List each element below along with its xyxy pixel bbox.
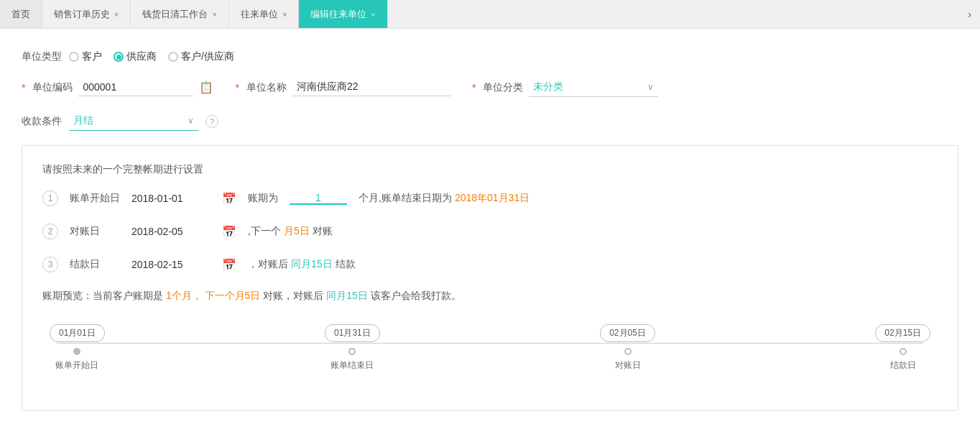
tab-cash-work[interactable]: 钱货日清工作台 ×	[131, 0, 228, 28]
step-2-suffix: ,下一个 月5日 对账	[248, 225, 333, 238]
unit-name-group: * 单位名称	[235, 78, 450, 96]
unit-code-input[interactable]	[78, 78, 193, 96]
code-copy-icon[interactable]: 📋	[199, 80, 213, 94]
tab-home[interactable]: 首页	[0, 0, 42, 28]
radio-customer-label: 客户	[82, 50, 102, 63]
payment-value: 月结	[73, 114, 183, 127]
radio-customer-supplier[interactable]: 客户/供应商	[168, 50, 234, 63]
tl-badge-3: 02月15日	[875, 324, 930, 342]
tl-dot-2	[624, 348, 632, 355]
timeline-points: 01月01日 账单开始日 01月31日 账单结束日 02月05日 对账日 02月…	[50, 324, 930, 372]
tl-caption-3: 结款日	[890, 359, 916, 372]
preview-part3: 对账，对账后	[263, 290, 323, 301]
step-2-date: 2018-02-05	[131, 226, 211, 237]
unit-category-label: 单位分类	[483, 81, 523, 94]
preview-label: 账期预览：当前客户账期是	[42, 290, 163, 301]
unit-category-value: 未分类	[533, 80, 643, 93]
code-star: *	[22, 82, 25, 93]
step-1-label: 账单开始日	[70, 192, 120, 205]
step-2-number: 2	[42, 224, 58, 239]
unit-category-select[interactable]: 未分类 ∨	[529, 78, 658, 97]
radio-customer[interactable]: 客户	[69, 50, 102, 63]
radio-supplier-circle	[114, 52, 124, 62]
step-3-label: 结款日	[70, 258, 120, 271]
payment-dropdown-icon: ∨	[188, 116, 194, 126]
panel-hint: 请按照未来的一个完整帐期进行设置	[42, 163, 938, 176]
radio-customer-supplier-circle	[168, 52, 178, 62]
preview-part1: 1个月，	[166, 290, 202, 301]
tab-edit-partner[interactable]: 编辑往来单位 ×	[299, 0, 387, 28]
step-3-suffix: ，对账后 同月15日 结款	[248, 258, 356, 271]
radio-supplier[interactable]: 供应商	[114, 50, 157, 63]
tab-more-button[interactable]: ›	[959, 0, 980, 28]
step-1-calendar-icon[interactable]: 📅	[222, 192, 236, 206]
tab-sales-label: 销售订单历史	[54, 8, 110, 21]
step-2-calendar-icon[interactable]: 📅	[222, 225, 236, 239]
preview-section: 账期预览：当前客户账期是 1个月， 下一个月5日 对账，对账后 同月15日 该客…	[42, 290, 938, 303]
preview-part5: 该客户会给我打款。	[371, 290, 461, 301]
chevron-right-icon: ›	[968, 9, 971, 20]
tl-caption-2: 对账日	[615, 359, 641, 372]
step-1-row: 1 账单开始日 2018-01-01 📅 账期为 个月,账单结束日期为 2018…	[42, 190, 938, 206]
timeline-container: 01月01日 账单开始日 01月31日 账单结束日 02月05日 对账日 02月…	[42, 317, 938, 393]
step-1-period-end: 2018年01月31日	[455, 192, 530, 205]
tab-bar: 首页 销售订单历史 × 钱货日清工作台 × 往来单位 × 编辑往来单位 × ›	[0, 0, 980, 29]
unit-name-label: 单位名称	[246, 81, 287, 94]
tab-sales-history[interactable]: 销售订单历史 ×	[42, 0, 131, 28]
payment-label: 收款条件	[22, 115, 62, 128]
preview-part2: 下一个月5日	[205, 290, 261, 301]
tl-caption-1: 账单结束日	[330, 359, 374, 372]
tl-caption-0: 账单开始日	[55, 359, 98, 372]
tab-edit-partner-close-icon[interactable]: ×	[371, 10, 375, 19]
tl-point-0: 01月01日 账单开始日	[50, 324, 105, 372]
name-star: *	[235, 82, 239, 93]
step-3-highlight: 同月15日	[291, 258, 333, 271]
step-3-row: 3 结款日 2018-02-15 📅 ，对账后 同月15日 结款	[42, 257, 938, 272]
tl-point-2: 02月05日 对账日	[600, 324, 655, 372]
tab-edit-partner-label: 编辑往来单位	[310, 8, 366, 21]
step-2-row: 2 对账日 2018-02-05 📅 ,下一个 月5日 对账	[42, 224, 938, 239]
tl-dot-1	[348, 348, 356, 355]
tl-point-1: 01月31日 账单结束日	[325, 324, 380, 372]
payment-row: 收款条件 月结 ∨ ?	[22, 111, 958, 131]
radio-customer-circle	[69, 52, 79, 62]
unit-code-group: * 单位编码 📋	[22, 78, 213, 96]
step-3-number: 3	[42, 257, 58, 272]
tab-cash-label: 钱货日清工作台	[142, 8, 208, 21]
preview-part4: 同月15日	[326, 290, 368, 301]
tl-badge-2: 02月05日	[600, 324, 655, 342]
payment-select[interactable]: 月结 ∨	[69, 111, 198, 131]
unit-category-group: * 单位分类 未分类 ∨	[472, 78, 658, 97]
unit-code-label: 单位编码	[32, 81, 73, 94]
step-1-date: 2018-01-01	[131, 193, 211, 204]
unit-info-row: * 单位编码 📋 * 单位名称 * 单位分类 未分类 ∨	[22, 78, 958, 97]
step-3-calendar-icon[interactable]: 📅	[222, 258, 236, 272]
tl-badge-1: 01月31日	[325, 324, 380, 342]
tl-dot-0	[73, 348, 80, 355]
unit-type-label: 单位类型	[22, 50, 62, 63]
radio-customer-supplier-label: 客户/供应商	[181, 50, 234, 63]
tl-badge-0: 01月01日	[50, 324, 105, 342]
tab-home-label: 首页	[11, 8, 30, 21]
tab-partner-label: 往来单位	[241, 8, 278, 21]
step-1-period-unit: 个月,账单结束日期为 2018年01月31日	[359, 192, 530, 205]
step-2-highlight: 月5日	[284, 225, 310, 238]
unit-name-input[interactable]	[292, 78, 450, 96]
tab-sales-close-icon[interactable]: ×	[114, 10, 119, 19]
main-content: 单位类型 客户 供应商 客户/供应商 * 单位编码 📋 * 单位名称	[0, 29, 980, 437]
period-input[interactable]	[290, 192, 347, 205]
step-1-period-label: 账期为	[248, 192, 278, 205]
payment-help-icon[interactable]: ?	[205, 115, 218, 128]
tab-cash-close-icon[interactable]: ×	[212, 10, 216, 19]
tab-partner-close-icon[interactable]: ×	[282, 10, 287, 19]
step-3-date: 2018-02-15	[131, 259, 211, 270]
step-1-number: 1	[42, 190, 58, 206]
tl-dot-3	[900, 348, 907, 355]
radio-supplier-label: 供应商	[126, 50, 157, 63]
tab-partner[interactable]: 往来单位 ×	[229, 0, 299, 28]
tl-point-3: 02月15日 结款日	[875, 324, 930, 372]
category-dropdown-icon: ∨	[647, 82, 654, 92]
unit-type-radio-group: 客户 供应商 客户/供应商	[69, 50, 234, 63]
settings-panel: 请按照未来的一个完整帐期进行设置 1 账单开始日 2018-01-01 📅 账期…	[22, 145, 958, 411]
category-star: *	[472, 82, 476, 93]
